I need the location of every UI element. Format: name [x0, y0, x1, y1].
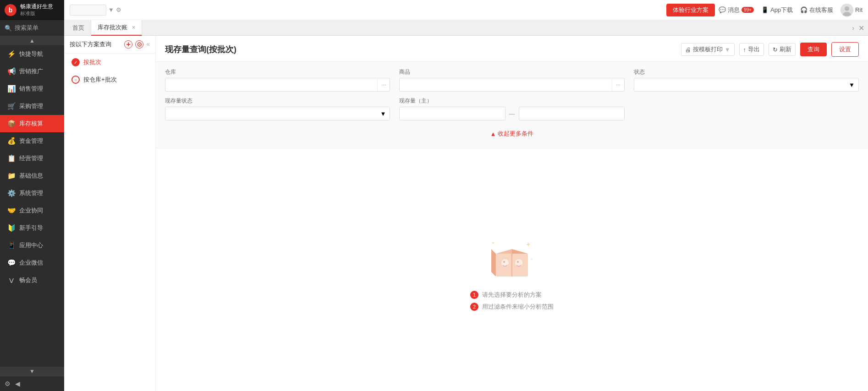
vip-icon: V [7, 276, 16, 284]
product-input-wrapper: ··· [399, 78, 624, 92]
product-more-btn[interactable]: ··· [612, 78, 624, 91]
tab-inventory-batch[interactable]: 库存批次账 × [91, 20, 142, 36]
sidebar-scroll-up[interactable]: ▲ [0, 36, 64, 45]
refresh-btn[interactable]: ↻ 刷新 [769, 43, 796, 56]
sidebar-item-basic[interactable]: 📁 基础信息 [0, 167, 64, 185]
tab-close-btn[interactable]: × [132, 24, 135, 31]
finance-icon: 💰 [7, 137, 16, 145]
sidebar-item-enterprise[interactable]: 🤝 企业协同 [0, 202, 64, 219]
basic-icon: 📁 [7, 172, 16, 180]
sidebar-item-newbie[interactable]: 🔰 新手引导 [0, 219, 64, 237]
operation-icon: 📋 [7, 154, 16, 163]
scheme-batch-icon: ✓ [71, 58, 80, 66]
product-input[interactable] [400, 78, 611, 91]
main-area: ▼ ⚙ 体验行业方案 💬 消息 99+ 📱 App下载 🎧 在线客服 [64, 0, 868, 391]
scheme-warehouse-icon: ○ [71, 76, 80, 84]
svg-marker-6 [491, 249, 496, 277]
sidebar-item-app-center[interactable]: 📱 应用中心 [0, 237, 64, 254]
content-panel: 现存量查询(按批次) 🖨 按模板打印 ▼ ↑ 导出 ↻ 刷新 [156, 36, 868, 391]
app-download-btn[interactable]: 📱 App下载 [761, 6, 793, 14]
filter-panel: 按以下方案查询 + ⚙ « ✓ 按批次 ○ 按仓库+批次 [64, 36, 156, 391]
add-scheme-icon[interactable]: + [124, 40, 132, 49]
tab-home[interactable]: 首页 [66, 20, 91, 36]
content-toolbar: 🖨 按模板打印 ▼ ↑ 导出 ↻ 刷新 查询 设置 [681, 42, 859, 57]
svg-marker-4 [496, 249, 512, 254]
wechat-icon: 💬 [7, 259, 16, 267]
filter-form: 仓库 ··· 商品 ··· 状态 [156, 62, 868, 148]
sidebar-item-quick-nav[interactable]: ⚡ 快捷导航 [0, 45, 64, 63]
tabs-bar: 首页 库存批次账 × ✕ › [64, 20, 868, 36]
online-service-btn[interactable]: 🎧 在线客服 [800, 6, 833, 14]
empty-tip-1: 1 请先选择要分析的方案 [470, 291, 554, 299]
collapse-btn[interactable]: ▲ 收起更多条件 [165, 126, 859, 141]
sidebar-item-wechat[interactable]: 💬 企业微信 [0, 254, 64, 272]
inventory-status-label: 现存量状态 [165, 97, 390, 105]
system-icon: ⚙️ [7, 189, 16, 197]
export-btn[interactable]: ↑ 导出 [739, 43, 764, 56]
sidebar-item-marketing[interactable]: 📢 营销推广 [0, 63, 64, 80]
sidebar-item-sales[interactable]: 📊 销售管理 [0, 80, 64, 98]
sidebar-item-purchase[interactable]: 🛒 采购管理 [0, 98, 64, 115]
panel-close-btn[interactable]: ✕ [858, 23, 864, 32]
sidebar-item-operation[interactable]: 📋 经营管理 [0, 150, 64, 167]
svg-text:✦: ✦ [526, 241, 531, 248]
breadcrumb-input[interactable] [70, 5, 106, 16]
refresh-icon: ↻ [773, 46, 778, 53]
print-dropdown-icon: ▼ [725, 46, 731, 53]
sidebar-collapse-icon[interactable]: ◀ [15, 380, 20, 387]
filter-panel-header: 按以下方案查询 + ⚙ « [64, 36, 155, 54]
inventory-qty-max[interactable] [519, 107, 625, 120]
inventory-status-select[interactable]: ▼ [165, 107, 390, 120]
sidebar-header: b 畅康通好生意 标准版 [0, 0, 64, 20]
message-icon: 💬 [719, 6, 726, 13]
warehouse-label: 仓库 [165, 68, 390, 76]
svg-point-10 [503, 261, 505, 263]
messages-btn[interactable]: 💬 消息 99+ [719, 6, 754, 14]
app-center-icon: 📱 [7, 241, 16, 250]
sidebar-item-system[interactable]: ⚙️ 系统管理 [0, 185, 64, 202]
warehouse-more-btn[interactable]: ··· [377, 78, 390, 91]
content-header: 现存量查询(按批次) 🖨 按模板打印 ▼ ↑ 导出 ↻ 刷新 [156, 36, 868, 62]
query-btn[interactable]: 查询 [800, 43, 827, 56]
scheme-settings-icon[interactable]: ⚙ [135, 40, 143, 49]
company-name: 畅康通好生意 [20, 3, 53, 11]
settings-icon[interactable]: ⚙ [116, 6, 121, 13]
warehouse-field: 仓库 ··· [165, 68, 390, 92]
search-icon: 🔍 [5, 25, 12, 32]
range-dash: — [509, 110, 515, 117]
inventory-status-dropdown-icon: ▼ [380, 110, 386, 117]
inventory-qty-min[interactable] [399, 107, 505, 120]
status-select[interactable]: ▼ [634, 78, 859, 92]
tip-num-2: 2 [470, 303, 478, 311]
filter-row-1: 仓库 ··· 商品 ··· 状态 [165, 68, 859, 92]
sidebar-settings-icon[interactable]: ⚙ [5, 380, 11, 387]
enterprise-icon: 🤝 [7, 206, 16, 215]
breadcrumb-dropdown-icon[interactable]: ▼ [108, 6, 114, 13]
sidebar-item-vip[interactable]: V 畅会员 [0, 272, 64, 289]
experience-btn[interactable]: 体验行业方案 [666, 4, 715, 16]
settings-btn[interactable]: 设置 [831, 42, 859, 57]
status-label: 状态 [634, 68, 859, 76]
collapse-icon: ▲ [490, 130, 496, 137]
tip-num-1: 1 [470, 291, 478, 299]
svg-point-9 [515, 259, 522, 266]
scheme-by-warehouse-batch[interactable]: ○ 按仓库+批次 [64, 71, 155, 88]
panel-arrow-icon[interactable]: › [852, 24, 854, 32]
sidebar-scroll-down[interactable]: ▼ [0, 367, 64, 376]
avatar [841, 4, 853, 16]
sidebar-item-inventory[interactable]: 📦 库存核算 [0, 115, 64, 132]
inventory-qty-field: 现存量（主） — [399, 97, 624, 120]
user-profile[interactable]: Rit [841, 4, 863, 16]
scheme-by-batch[interactable]: ✓ 按批次 [64, 54, 155, 71]
warehouse-input[interactable] [165, 78, 377, 91]
svg-text:✦: ✦ [491, 240, 495, 245]
print-btn[interactable]: 🖨 按模板打印 ▼ [681, 43, 735, 56]
app-edition: 标准版 [20, 10, 53, 17]
page-content: 按以下方案查询 + ⚙ « ✓ 按批次 ○ 按仓库+批次 现存量查询(按批次) [64, 36, 868, 391]
inventory-icon: 📦 [7, 119, 16, 128]
quick-nav-icon: ⚡ [7, 50, 16, 58]
scheme-collapse-icon[interactable]: « [146, 40, 150, 49]
sidebar-item-finance[interactable]: 💰 资金管理 [0, 132, 64, 150]
search-menu[interactable]: 🔍 搜索菜单 [0, 20, 64, 36]
app-logo: b [5, 4, 16, 16]
